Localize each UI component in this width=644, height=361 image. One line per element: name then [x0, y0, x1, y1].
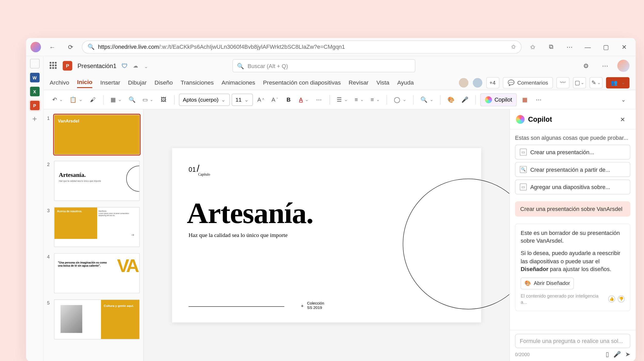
powerpoint-icon[interactable]: P — [30, 101, 39, 110]
decrease-font-button[interactable]: Aˇ — [269, 94, 281, 106]
grid-view-button[interactable]: ▦ — [519, 94, 531, 106]
mic-button[interactable]: 🎤 — [613, 351, 621, 358]
favorites-icon[interactable]: ✩ — [526, 40, 540, 54]
dictate-button[interactable]: 🎤 — [459, 94, 471, 106]
share-button[interactable]: 👥 — [606, 77, 629, 88]
bullets-button[interactable]: ☰ — [334, 94, 350, 106]
minimize-button[interactable]: — — [581, 40, 595, 54]
presence-avatar-2[interactable] — [472, 77, 483, 88]
copilot-input[interactable]: Formule una pregunta o realice una sol..… — [515, 334, 630, 348]
present-button[interactable]: ▢ — [573, 77, 586, 88]
plus-icon: + — [301, 303, 304, 308]
profile-avatar[interactable] — [30, 42, 41, 52]
undo-button[interactable]: ↶ — [50, 94, 65, 106]
font-color-button[interactable]: A — [296, 94, 311, 106]
settings-icon[interactable]: ⚙ — [579, 59, 593, 73]
word-icon[interactable]: W — [30, 73, 39, 82]
thumbs-up-button[interactable]: 👍 — [608, 296, 615, 303]
collection-label: ColecciónSS 2019 — [307, 302, 324, 310]
attach-button[interactable]: ▯ — [606, 351, 609, 358]
sync-icon[interactable]: ☁ — [133, 63, 138, 69]
layout-button[interactable]: ▭ — [140, 94, 156, 106]
numbering-button[interactable]: ≡ — [352, 94, 366, 106]
copilot-panel: Copilot ✕ Estas son algunas cosas que pu… — [509, 109, 635, 361]
font-more-button[interactable]: ⋯ — [313, 94, 325, 106]
tab-presentacion[interactable]: Presentación con diapositivas — [263, 78, 341, 88]
comments-button[interactable]: 💬Comentarios — [503, 77, 553, 88]
refresh-button[interactable]: ⟳ — [64, 40, 78, 54]
presence-more[interactable]: +4 — [486, 77, 499, 88]
font-name-dropdown[interactable]: Aptos (cuerpo)⌄ — [179, 94, 230, 106]
tab-inicio[interactable]: Inicio — [77, 77, 92, 88]
catch-up-button[interactable]: 〰 — [556, 77, 570, 88]
tab-animaciones[interactable]: Animaciones — [222, 78, 255, 88]
more-options-icon[interactable]: ⋯ — [598, 59, 612, 73]
document-title[interactable]: Presentación1 — [78, 62, 116, 69]
slide-thumb-2[interactable]: Artesanía. Haz que la calidad sea lo úni… — [54, 161, 140, 201]
url-path: /:w:/t/EaCKkPs6AchIjwULn3060f4Bvb8jylAFW… — [159, 44, 345, 50]
ribbon-tabs: Archivo Inicio Insertar Dibujar Diseño T… — [44, 75, 635, 90]
tab-diseno[interactable]: Diseño — [155, 78, 173, 88]
maximize-button[interactable]: ▢ — [599, 40, 613, 54]
back-button[interactable]: ← — [45, 40, 59, 54]
tab-transiciones[interactable]: Transiciones — [181, 78, 214, 88]
slide-thumb-1[interactable]: VanArsdel — [54, 114, 140, 154]
thumbs-down-button[interactable]: 👎 — [618, 296, 625, 303]
ribbon-collapse-button[interactable]: ⌄ — [617, 94, 629, 106]
presence-avatar-1[interactable] — [459, 77, 469, 88]
search-box[interactable]: 🔍 Buscar (Alt + Q) — [232, 59, 415, 72]
toolbar-more-button[interactable]: ⋯ — [532, 94, 545, 106]
find-button[interactable]: 🔍 — [418, 94, 436, 106]
tab-insertar[interactable]: Insertar — [100, 78, 120, 88]
shield-icon[interactable]: 🛡 — [122, 62, 128, 69]
shapes-button[interactable]: ◯ — [391, 94, 409, 106]
copilot-header: Copilot ✕ — [510, 109, 635, 129]
reuse-slide-button[interactable]: 🔍 — [126, 94, 138, 106]
slide-thumb-3[interactable]: Acerca de nosotros. ManifiestoLorem ipsu… — [54, 207, 140, 247]
title-dropdown[interactable] — [143, 62, 148, 70]
copilot-close-button[interactable]: ✕ — [616, 112, 630, 126]
tab-revisar[interactable]: Revisar — [349, 78, 368, 88]
open-designer-button[interactable]: 🎨Abrir Diseñador — [521, 277, 574, 289]
user-avatar[interactable] — [617, 60, 629, 72]
picture-button[interactable]: 🖼 — [158, 94, 170, 106]
collections-icon[interactable]: ⧉ — [544, 40, 558, 54]
send-button[interactable]: ➤ — [625, 351, 630, 358]
font-size-dropdown[interactable]: 11⌄ — [232, 94, 253, 106]
align-button[interactable]: ≡ — [368, 94, 382, 106]
add-app-button[interactable]: + — [32, 114, 37, 124]
url-bar[interactable]: 🔍 https://onedrive.live.com/:w:/t/EaCKkP… — [82, 40, 522, 53]
slide-chapter: Capítulo — [198, 173, 210, 176]
char-counter: 0/2000 — [515, 352, 530, 357]
tab-vista[interactable]: Vista — [376, 78, 389, 88]
new-slide-button[interactable]: ▦ — [108, 94, 124, 106]
designer-button[interactable]: 🎨 — [445, 94, 457, 106]
tab-dibujar[interactable]: Dibujar — [128, 78, 147, 88]
title-bar: P Presentación1 🛡 ☁ 🔍 Buscar (Alt + Q) ⚙… — [44, 56, 635, 75]
excel-icon[interactable]: X — [30, 87, 39, 96]
increase-font-button[interactable]: A^ — [255, 94, 267, 106]
search-icon: 🔍 — [88, 44, 95, 50]
copilot-logo-icon — [516, 115, 525, 124]
powerpoint-logo: P — [63, 61, 72, 71]
slide-canvas[interactable]: 01/ Capítulo Artesanía. Haz que la calid… — [172, 148, 481, 323]
tab-icon[interactable]: ▭ — [30, 59, 39, 68]
tab-ayuda[interactable]: Ayuda — [397, 78, 414, 88]
close-button[interactable]: ✕ — [617, 40, 631, 54]
slide-thumb-4[interactable]: VA "Una persona sin imaginación es como … — [54, 253, 140, 293]
copilot-sugg-create[interactable]: ▭Crear una presentación... — [515, 145, 630, 159]
paste-button[interactable]: 📋 — [67, 94, 85, 106]
bold-button[interactable]: B — [283, 94, 295, 106]
copilot-ribbon-button[interactable]: Copilot — [480, 93, 517, 106]
search-icon: 🔍 — [237, 63, 244, 69]
copilot-sugg-create-from[interactable]: 🔍Crear presentación a partir de... — [515, 162, 630, 177]
format-painter-button[interactable]: 🖌 — [87, 94, 99, 106]
edit-button[interactable]: ✎ — [589, 77, 603, 88]
main-column: P Presentación1 🛡 ☁ 🔍 Buscar (Alt + Q) ⚙… — [44, 56, 635, 361]
more-icon[interactable]: ⋯ — [562, 40, 576, 54]
copilot-sugg-add-slide[interactable]: ▭Agregar una diapositiva sobre... — [515, 179, 630, 194]
favorite-icon[interactable]: ✩ — [511, 44, 516, 50]
slide-thumb-5[interactable]: Cultura y gente aquí. — [54, 299, 140, 339]
tab-archivo[interactable]: Archivo — [50, 78, 69, 88]
app-launcher-icon[interactable] — [50, 62, 57, 70]
